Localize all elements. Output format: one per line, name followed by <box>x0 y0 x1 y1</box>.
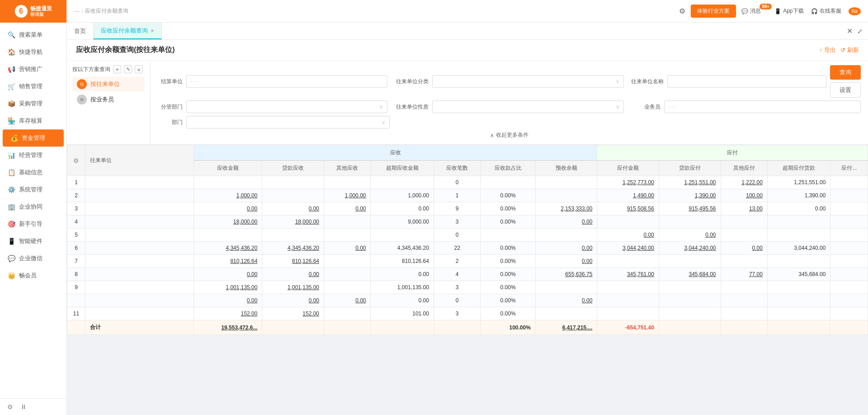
sidebar-item-enterprise[interactable]: 🏢 企业协同 <box>0 198 66 215</box>
cell[interactable]: 1,252,773.00 <box>597 176 659 189</box>
sidebar-item-wechat[interactable]: 💬 企业微信 <box>0 250 66 267</box>
cell[interactable]: 1,251,551.00 <box>659 176 721 189</box>
sidebar-item-inventory[interactable]: 🏪 库存核算 <box>0 112 66 129</box>
cell[interactable]: 0.00 <box>324 294 371 307</box>
set-button[interactable]: 设置 <box>830 82 861 98</box>
sidebar-item-hardware[interactable]: 📱 智能硬件 <box>0 233 66 250</box>
cell[interactable]: 152.00 <box>193 307 262 320</box>
cell[interactable]: 100.00 <box>721 189 767 202</box>
sidebar-item-guide[interactable]: 🎯 新手引导 <box>0 215 66 233</box>
cell[interactable]: 0.00 <box>262 294 324 307</box>
tab-home[interactable]: 首页 <box>67 23 94 39</box>
query-button[interactable]: 查询 <box>830 65 861 80</box>
more-scheme-btn[interactable]: « <box>135 65 143 73</box>
cell[interactable]: 0.00 <box>535 294 597 307</box>
message-btn[interactable]: 💬 消息 99+ <box>741 7 767 15</box>
cell[interactable]: 0.00 <box>193 202 262 215</box>
cell[interactable]: 1,490.00 <box>597 189 659 202</box>
edit-scheme-btn[interactable]: ✎ <box>124 65 132 73</box>
cell[interactable]: 0.00 <box>324 202 371 215</box>
sidebar-item-search[interactable]: 🔍 搜索菜单 <box>0 26 66 43</box>
sidebar-item-purchase[interactable]: 📦 采购管理 <box>0 95 66 112</box>
sidebar-item-basic[interactable]: 📋 基础信息 <box>0 164 66 181</box>
app-name: 畅捷通里 <box>30 5 52 12</box>
collapse-btn[interactable]: ∧ 收起更多条件 <box>490 131 528 139</box>
tab-bar-close-btn[interactable]: ✕ <box>847 27 853 35</box>
export-btn[interactable]: ↑ 导出 <box>820 46 836 54</box>
cell[interactable]: 345,684.00 <box>659 268 721 281</box>
cell[interactable]: 3,044,240.00 <box>597 242 659 255</box>
cell[interactable]: 1,000.00 <box>193 189 262 202</box>
collapse-row: ∧ 收起更多条件 <box>158 129 861 140</box>
refresh-btn[interactable]: ↺ 刷新 <box>840 46 859 54</box>
sidebar-label-operations: 经营管理 <box>19 151 42 159</box>
cell[interactable]: 1,222.00 <box>721 176 767 189</box>
cell[interactable]: 0.00 <box>193 294 262 307</box>
cell[interactable]: 0.00 <box>535 215 597 229</box>
cell[interactable]: 810,126.64 <box>262 255 324 268</box>
scheme-item-salesperson[interactable]: ⟳ 按业务员 <box>72 92 145 107</box>
sidebar-item-operations[interactable]: 📊 经营管理 <box>0 147 66 164</box>
cell[interactable]: 13.00 <box>721 202 767 215</box>
sidebar-item-sales[interactable]: 🛒 销售管理 <box>0 78 66 95</box>
cell[interactable]: 1,390.00 <box>659 189 721 202</box>
cell[interactable]: 0.00 <box>324 242 371 255</box>
sidebar-icon-marketing: 📢 <box>7 66 15 73</box>
cell[interactable]: 915,495.56 <box>659 202 721 215</box>
sidebar-item-marketing[interactable]: 📢 营销推广 <box>0 61 66 78</box>
cell[interactable]: 18,000.00 <box>193 215 262 229</box>
cell[interactable]: 0.00 <box>721 242 767 255</box>
cell[interactable]: 345,761.00 <box>597 268 659 281</box>
sidebar: 6 畅捷通里 标准版 🔍 搜索菜单 🏠 快捷导航 📢 营销推广 🛒 销售管理 📦… <box>0 0 67 415</box>
sidebar-item-system[interactable]: ⚙️ 系统管理 <box>0 181 66 198</box>
sidebar-item-quicknav[interactable]: 🏠 快捷导航 <box>0 43 66 61</box>
tab-arbalance-close[interactable]: × <box>151 27 154 34</box>
cell[interactable]: 77.00 <box>721 268 767 281</box>
app-download-btn[interactable]: 📱 App下载 <box>774 7 803 15</box>
cell[interactable]: 915,508.56 <box>597 202 659 215</box>
user-avatar[interactable]: Rit <box>849 8 861 14</box>
sidebar-item-capital[interactable]: 💰 资金管理 <box>3 129 64 147</box>
field-ctrl-settlement[interactable]: ··· <box>186 75 387 88</box>
cell[interactable]: 0.00 <box>659 229 721 242</box>
field-ctrl-dept[interactable]: ∨ <box>186 100 387 113</box>
field-ctrl-nature[interactable]: ∨ <box>432 100 624 113</box>
cell[interactable]: 0.00 <box>597 229 659 242</box>
cell[interactable]: 18,000.00 <box>262 215 324 229</box>
cell <box>721 281 767 294</box>
scheme-item-partner[interactable]: 往 按往来单位 <box>72 77 145 91</box>
cell[interactable]: 0.00 <box>535 242 597 255</box>
promo-button[interactable]: 体验行业方案 <box>691 5 736 18</box>
add-scheme-btn[interactable]: + <box>113 65 121 73</box>
cell[interactable]: 0.00 <box>193 268 262 281</box>
footer-ar-amount[interactable]: 19,553,472,6... <box>193 320 262 335</box>
footer-prepay[interactable]: 6,417,215.... <box>535 320 597 335</box>
collapse-sidebar-btn[interactable]: ⏸ <box>20 403 27 410</box>
sidebar-item-member[interactable]: 👑 畅会员 <box>0 267 66 284</box>
cell[interactable]: 0.00 <box>262 268 324 281</box>
cell[interactable]: 152.00 <box>262 307 324 320</box>
cell[interactable]: 2,153,333.00 <box>535 202 597 215</box>
field-ctrl-salesperson[interactable]: ··· <box>664 100 861 113</box>
cell[interactable]: 3,044,240.00 <box>659 242 721 255</box>
tab-bar-expand-btn[interactable]: ⤢ <box>857 28 863 35</box>
cell[interactable]: 1,001,135.00 <box>193 281 262 294</box>
th-partner: 往来单位 <box>85 145 194 176</box>
field-ctrl-partner-name[interactable] <box>667 75 826 88</box>
table-settings-icon[interactable]: ⚙ <box>73 157 79 164</box>
cell[interactable]: 0.00 <box>262 202 324 215</box>
settings-footer-btn[interactable]: ⚙ <box>7 403 13 410</box>
cell[interactable]: 810,126.64 <box>193 255 262 268</box>
online-service-btn[interactable]: 🎧 在线客服 <box>811 7 841 15</box>
th-settings[interactable]: ⚙ <box>67 145 85 176</box>
cell[interactable]: 1,001,135.00 <box>262 281 324 294</box>
cell[interactable]: 4,345,436.20 <box>193 242 262 255</box>
tab-arbalance[interactable]: 应收应付余额查询 × <box>94 23 162 39</box>
field-ctrl-category[interactable]: ∨ <box>432 75 624 88</box>
field-ctrl-dept2[interactable]: ∨ <box>186 116 390 129</box>
cell[interactable]: 4,345,436.20 <box>262 242 324 255</box>
settings-icon[interactable]: ⚙ <box>679 7 685 15</box>
cell[interactable]: 0.00 <box>535 255 597 268</box>
cell[interactable]: 655,636.75 <box>535 268 597 281</box>
cell[interactable]: 1,000.00 <box>324 189 371 202</box>
